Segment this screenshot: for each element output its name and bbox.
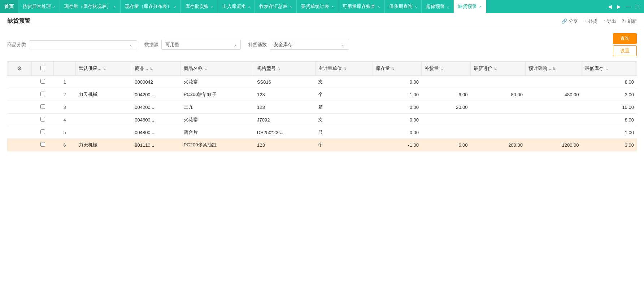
th-spec-label: 规格型号 bbox=[257, 65, 276, 72]
row-estimate bbox=[526, 101, 582, 114]
th-name[interactable]: 商品名称 ⇅ bbox=[181, 62, 254, 76]
row-index: 1 bbox=[54, 76, 76, 88]
nav-tab-order-stats[interactable]: 要货单统计表 × bbox=[297, 0, 338, 13]
replenish-base-value: 安全库存 bbox=[274, 41, 292, 48]
replenish-icon: + bbox=[584, 18, 587, 24]
select-all-checkbox[interactable] bbox=[40, 66, 45, 70]
row-replenish bbox=[422, 126, 470, 139]
export-button[interactable]: ↑ 导出 bbox=[603, 18, 617, 25]
row-estimate: 480.00 bbox=[526, 88, 582, 101]
nav-maximize-button[interactable]: □ bbox=[634, 2, 641, 11]
row-index: 4 bbox=[54, 114, 76, 126]
nav-tab-collect-summary[interactable]: 收发存汇总表 × bbox=[255, 0, 296, 13]
close-icon[interactable]: × bbox=[331, 4, 334, 9]
row-checkbox-cell[interactable] bbox=[32, 114, 54, 126]
table-body: 1 0000042 火花塞 SS816 支 0.00 8.00 2 力天机械 0… bbox=[7, 76, 637, 151]
sort-icon[interactable]: ⇅ bbox=[553, 67, 556, 71]
row-stock: 0.00 bbox=[373, 114, 422, 126]
gear-icon[interactable]: ⚙ bbox=[17, 65, 22, 71]
close-icon[interactable]: × bbox=[378, 4, 380, 9]
close-icon[interactable]: × bbox=[248, 4, 250, 9]
query-button[interactable]: 查询 bbox=[613, 33, 637, 44]
replenish-button[interactable]: + 补货 bbox=[584, 18, 597, 25]
th-stock[interactable]: 库存量 ⇅ bbox=[373, 62, 422, 76]
row-unit: 只 bbox=[315, 126, 373, 139]
close-icon[interactable]: × bbox=[113, 4, 116, 9]
row-name: 火花塞 bbox=[181, 114, 254, 126]
row-checkbox-cell[interactable] bbox=[32, 88, 54, 101]
close-icon[interactable]: × bbox=[290, 4, 292, 9]
category-select[interactable]: ⌄ bbox=[29, 40, 137, 49]
share-button[interactable]: 🔗 分享 bbox=[561, 18, 578, 25]
nav-tab-inventory-batch[interactable]: 库存批次账 × bbox=[181, 0, 218, 13]
row-checkbox[interactable] bbox=[40, 117, 45, 122]
sort-icon[interactable]: ⇅ bbox=[277, 67, 280, 71]
th-code[interactable]: 商品... ⇅ bbox=[132, 62, 180, 76]
nav-tab-stockout-warning[interactable]: 缺货预警 × bbox=[454, 0, 486, 13]
row-checkbox[interactable] bbox=[40, 104, 45, 109]
sort-icon[interactable]: ⇅ bbox=[494, 67, 497, 71]
refresh-button[interactable]: ↻ 刷新 bbox=[622, 18, 637, 25]
row-name: 离合片 bbox=[181, 126, 254, 139]
row-checkbox[interactable] bbox=[40, 79, 45, 84]
close-icon[interactable]: × bbox=[174, 4, 176, 9]
close-icon[interactable]: × bbox=[479, 4, 481, 9]
nav-tab-inventory-status[interactable]: 现存量（库存状况表） × bbox=[60, 0, 120, 13]
close-icon[interactable]: × bbox=[53, 4, 55, 9]
row-checkbox[interactable] bbox=[40, 92, 45, 96]
settings-button[interactable]: 设置 bbox=[613, 45, 637, 56]
th-price[interactable]: 最新进价 ⇅ bbox=[470, 62, 525, 76]
table-row: 2 力天机械 004200... PC200油缸缸子 123 个 -1.00 6… bbox=[7, 88, 637, 101]
th-replenish-label: 补货量 bbox=[425, 65, 439, 72]
replenish-base-select[interactable]: 安全库存 ⌄ bbox=[270, 40, 349, 50]
nav-tab-inventory-dist[interactable]: 现存量（库存分布表） × bbox=[121, 0, 181, 13]
row-checkbox[interactable] bbox=[40, 142, 45, 147]
nav-tab-home[interactable]: 首页 bbox=[0, 0, 18, 13]
th-spec[interactable]: 规格型号 ⇅ bbox=[254, 62, 315, 76]
row-settings bbox=[7, 114, 32, 126]
sort-icon[interactable]: ⇅ bbox=[204, 67, 207, 71]
datasource-value: 可用量 bbox=[165, 41, 179, 48]
th-replenish[interactable]: 补货量 ⇅ bbox=[422, 62, 470, 76]
table-row: 4 004600... 火花塞 J7092 支 0.00 8.00 bbox=[7, 114, 637, 126]
th-estimate-label: 预计采购... bbox=[528, 65, 551, 72]
nav-tab-pick-exception[interactable]: 拣货异常处理 × bbox=[18, 0, 60, 13]
row-stock: -1.00 bbox=[373, 88, 422, 101]
th-estimate[interactable]: 预计采购... ⇅ bbox=[526, 62, 582, 76]
th-unit[interactable]: 主计量单位 ⇅ bbox=[315, 62, 373, 76]
th-supplier[interactable]: 默认供应... ⇅ bbox=[76, 62, 132, 76]
row-price bbox=[470, 101, 525, 114]
nav-tab-available-ledger[interactable]: 可用量库存账本 × bbox=[338, 0, 384, 13]
sort-icon[interactable]: ⇅ bbox=[103, 67, 106, 71]
row-checkbox-cell[interactable] bbox=[32, 126, 54, 139]
sort-icon[interactable]: ⇅ bbox=[440, 67, 443, 71]
close-icon[interactable]: × bbox=[415, 4, 417, 9]
row-estimate bbox=[526, 76, 582, 88]
row-checkbox-cell[interactable] bbox=[32, 76, 54, 88]
th-check[interactable] bbox=[32, 62, 54, 76]
nav-tab-inout-flow[interactable]: 出入库流水 × bbox=[218, 0, 255, 13]
nav-prev-button[interactable]: ◀ bbox=[606, 2, 614, 11]
row-checkbox[interactable] bbox=[40, 129, 45, 134]
sort-icon[interactable]: ⇅ bbox=[391, 67, 394, 71]
row-checkbox-cell[interactable] bbox=[32, 139, 54, 151]
close-icon[interactable]: × bbox=[447, 4, 449, 9]
tab-label: 缺货预警 bbox=[458, 3, 477, 10]
tab-label: 收发存汇总表 bbox=[259, 3, 287, 10]
nav-next-button[interactable]: ▶ bbox=[615, 2, 623, 11]
sort-icon[interactable]: ⇅ bbox=[605, 67, 608, 71]
row-checkbox-cell[interactable] bbox=[32, 101, 54, 114]
sort-icon[interactable]: ⇅ bbox=[343, 67, 346, 71]
row-code: 004800... bbox=[132, 126, 180, 139]
nav-minimize-button[interactable]: — bbox=[624, 2, 633, 11]
close-icon[interactable]: × bbox=[211, 4, 213, 9]
row-unit: 个 bbox=[315, 88, 373, 101]
datasource-select[interactable]: 可用量 ⌄ bbox=[161, 40, 241, 50]
th-minstock[interactable]: 最低库存 ⇅ bbox=[582, 62, 637, 76]
nav-tab-expiry-query[interactable]: 保质期查询 × bbox=[385, 0, 422, 13]
row-name: PC200油缸缸子 bbox=[181, 88, 254, 101]
row-stock: 0.00 bbox=[373, 76, 422, 88]
th-settings[interactable]: ⚙ bbox=[7, 62, 32, 76]
nav-tab-overstock-warning[interactable]: 超储预警 × bbox=[422, 0, 454, 13]
sort-icon[interactable]: ⇅ bbox=[150, 67, 153, 71]
